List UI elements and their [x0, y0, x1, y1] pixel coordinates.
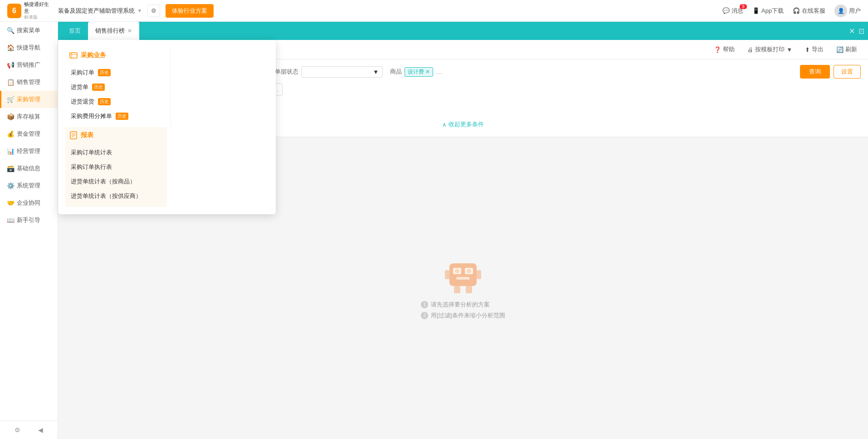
chevron-down-icon: ▼	[373, 69, 379, 75]
sidebar-item-cooperation[interactable]: 🤝 企业协同	[0, 194, 58, 212]
export-btn[interactable]: ⬆ 导出	[801, 44, 827, 55]
sidebar-item-guide[interactable]: 📖 新手引导	[0, 212, 58, 229]
print-icon: 🖨	[747, 46, 753, 53]
report-section: 报表 采购订单统计表 采购订单执行表 进货单统计表（按商品） 进货单统计表（按供…	[65, 127, 167, 207]
sidebar-item-purchase[interactable]: 🛒 采购管理	[0, 91, 58, 108]
svg-rect-10	[70, 53, 77, 58]
cooperation-icon: 🤝	[7, 199, 14, 207]
goods-tag: 设计费 ✕	[405, 67, 433, 77]
purchase-icon: 🛒	[7, 96, 14, 103]
sidebar-item-sales[interactable]: 📋 销售管理	[0, 74, 58, 91]
collapse-arrow-icon: ∧	[442, 121, 447, 128]
logo-area: 6 畅捷通好生意 标准版	[7, 1, 53, 20]
history-badge-3: 历史	[116, 113, 128, 120]
sidebar-item-system[interactable]: ⚙️ 系统管理	[0, 177, 58, 194]
sidebar-item-quick-nav[interactable]: 🏠 快捷导航	[0, 39, 58, 56]
tip-2-icon: 2	[421, 312, 428, 319]
window-controls: ✕ ⊡	[849, 27, 864, 35]
menu-item-purchase-order[interactable]: 采购订单 历史	[69, 65, 163, 80]
svg-rect-7	[466, 286, 472, 293]
home-icon: 🏠	[7, 44, 14, 51]
svg-rect-4	[445, 270, 449, 279]
system-title[interactable]: 装备及固定资产辅助管理系统 ▼	[58, 7, 142, 15]
logo-subtitle: 标准版	[24, 14, 53, 20]
history-badge-0: 历史	[98, 69, 111, 76]
print-dropdown-icon[interactable]: ▼	[786, 46, 792, 53]
goods-dots[interactable]: ...	[436, 68, 442, 76]
phone-icon: 📱	[752, 7, 760, 14]
tab-close-icon[interactable]: ✕	[127, 28, 132, 34]
sidebar-item-search[interactable]: 🔍 搜索菜单	[0, 22, 58, 39]
logo-text: 畅捷通好生意	[24, 1, 53, 14]
help-btn[interactable]: ❓ 帮助	[710, 44, 738, 55]
refresh-icon: 🔄	[836, 46, 844, 53]
guide-icon: 📖	[7, 217, 14, 224]
industry-btn[interactable]: 体验行业方案	[166, 4, 214, 18]
sidebar-item-marketing[interactable]: 📢 营销推广	[0, 56, 58, 74]
sales-icon: 📋	[7, 79, 14, 86]
menu-item-inbound[interactable]: 进货单 历史	[69, 80, 163, 94]
purchase-section-icon	[69, 51, 78, 60]
sidebar: 🔍 搜索菜单 🏠 快捷导航 📢 营销推广 📋 销售管理 🛒 采购管理 📦	[0, 22, 58, 439]
menu-item-inbound-stats-supplier[interactable]: 进货单统计表（按供应商）	[69, 189, 163, 203]
menu-item-purchase-order-exec[interactable]: 采购订单执行表	[69, 160, 163, 174]
menu-item-purchase-expense[interactable]: 采购费用分摊单 历史	[69, 109, 163, 123]
purchase-dropdown-menu: 采购业务 采购订单 历史 进货单 历史 进货退货 历史 采购费用分摊单 历史	[58, 40, 276, 214]
sidebar-item-inventory[interactable]: 📦 库存核算	[0, 108, 58, 125]
purchase-section-title: 采购业务	[69, 51, 163, 60]
history-badge-2: 历史	[98, 98, 111, 105]
sidebar-item-operations[interactable]: 📊 经营管理	[0, 143, 58, 160]
app-download-btn[interactable]: 📱 App下载	[752, 7, 784, 15]
svg-rect-3	[456, 277, 470, 280]
megaphone-icon: 📢	[7, 61, 14, 69]
report-section-title: 报表	[69, 131, 163, 140]
user-btn[interactable]: 👤 用户	[834, 5, 861, 17]
print-template-btn[interactable]: 🖨 按模板打印 ▼	[744, 44, 796, 55]
avatar: 👤	[834, 5, 847, 17]
svg-rect-0	[449, 263, 477, 286]
sidebar-settings-btn[interactable]: ⚙	[15, 426, 20, 434]
system-title-text: 装备及固定资产辅助管理系统	[58, 7, 135, 15]
notifications-btn[interactable]: 💬 消息 9	[722, 7, 743, 15]
help-icon: ❓	[714, 46, 721, 53]
set-button[interactable]: 设置	[834, 65, 861, 79]
sidebar-item-finance[interactable]: 💰 资金管理	[0, 125, 58, 143]
status-label: 单据状态	[275, 68, 298, 76]
logo-icon: 6	[7, 4, 21, 18]
finance-icon: 💰	[7, 130, 14, 138]
empty-illustration	[440, 254, 486, 295]
tab-sales-rank[interactable]: 销售排行榜 ✕	[88, 22, 139, 40]
status-select[interactable]: ▼	[301, 66, 383, 78]
chart-icon: 📊	[7, 148, 14, 155]
notifications-badge: 9	[740, 4, 747, 9]
refresh-btn[interactable]: 🔄 刷新	[833, 44, 861, 55]
search-icon: 🔍	[7, 27, 14, 34]
dropdown-arrow-icon[interactable]: ▼	[137, 8, 142, 13]
inventory-icon: 📦	[7, 113, 14, 120]
top-bar: 6 畅捷通好生意 标准版 装备及固定资产辅助管理系统 ▼ ⚙ 体验行业方案 💬 …	[0, 0, 868, 22]
headset-icon: 🎧	[793, 7, 800, 14]
purchase-business-section: 采购业务 采购订单 历史 进货单 历史 进货退货 历史 采购费用分摊单 历史	[65, 47, 167, 127]
sidebar-bottom: ⚙ ◀	[0, 420, 58, 439]
window-close-icon[interactable]: ✕	[849, 27, 855, 35]
report-section-icon	[69, 131, 78, 140]
tab-home[interactable]: 首页	[62, 22, 88, 40]
goods-tag-close[interactable]: ✕	[425, 69, 430, 75]
tab-bar: 首页 销售排行榜 ✕ ✕ ⊡	[58, 22, 868, 40]
bell-icon: 💬	[722, 7, 730, 14]
menu-item-inbound-stats-goods[interactable]: 进货单统计表（按商品）	[69, 174, 163, 189]
goods-label: 商品	[390, 68, 402, 76]
sidebar-item-basic[interactable]: 🗃️ 基础信息	[0, 160, 58, 177]
empty-tips: 1 请先选择要分析的方案 2 用[过滤]条件来缩小分析范围	[421, 301, 505, 322]
menu-item-inbound-return[interactable]: 进货退货 历史	[69, 94, 163, 109]
menu-item-purchase-order-stats[interactable]: 采购订单统计表	[69, 145, 163, 160]
svg-point-9	[467, 269, 471, 273]
svg-rect-5	[477, 270, 481, 279]
online-service-btn[interactable]: 🎧 在线客服	[793, 7, 825, 15]
export-icon: ⬆	[805, 46, 810, 53]
goods-filter: 商品 设计费 ✕ ...	[390, 67, 442, 77]
query-button[interactable]: 查询	[800, 65, 830, 79]
sidebar-collapse-btn[interactable]: ◀	[38, 426, 43, 434]
settings-button[interactable]: ⚙	[147, 5, 160, 17]
window-maximize-icon[interactable]: ⊡	[858, 27, 864, 35]
